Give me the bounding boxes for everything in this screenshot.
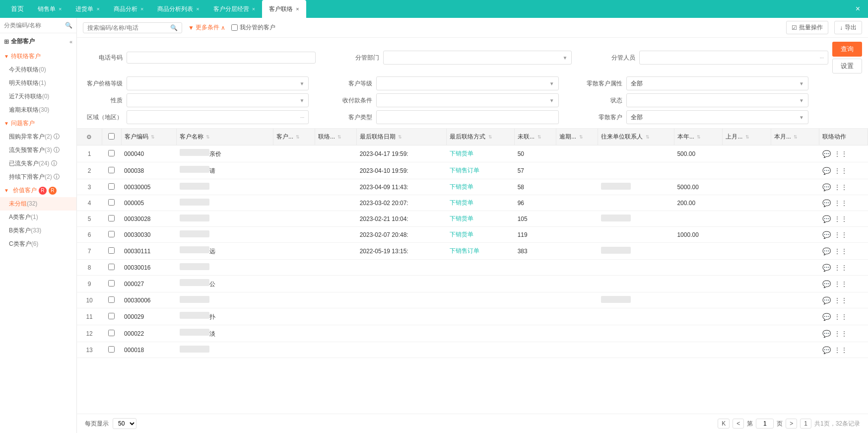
page-number-input[interactable] (756, 419, 774, 429)
nav-tab-analysis[interactable]: 商品分析 × (107, 0, 150, 18)
more-icon[interactable]: ⋮⋮ (834, 330, 848, 338)
sidebar-item-b-class[interactable]: B类客户(33) (0, 224, 76, 237)
status-select[interactable]: ▼ (626, 93, 808, 107)
row-last-method[interactable] (447, 325, 515, 342)
chat-icon[interactable]: 💬 (822, 150, 831, 158)
more-icon[interactable]: ⋮⋮ (834, 346, 848, 354)
nav-tab-analysis-list[interactable]: 商品分析列表 × (150, 0, 206, 18)
row-last-method[interactable]: 下销货单 (447, 195, 515, 211)
row-checkbox[interactable] (108, 346, 115, 353)
sort-icon[interactable]: ⇅ (794, 135, 798, 140)
per-page-select[interactable]: 50 (113, 418, 136, 429)
more-icon[interactable]: ⋮⋮ (834, 231, 848, 239)
row-checkbox[interactable] (108, 199, 115, 206)
row-checkbox[interactable] (108, 280, 115, 287)
nav-tab-customer-layer[interactable]: 客户分层经营 × (206, 0, 262, 18)
col-settings[interactable]: ⚙ (77, 129, 102, 145)
sidebar-search-input[interactable] (4, 22, 63, 29)
more-icon[interactable]: ⋮⋮ (834, 264, 848, 272)
sidebar-group-problem[interactable]: ▼ 问题客户 (0, 117, 76, 130)
sort-icon[interactable]: ⇅ (646, 135, 650, 140)
phone-input[interactable] (127, 52, 316, 64)
close-icon[interactable]: × (252, 6, 255, 12)
row-checkbox[interactable] (108, 167, 115, 173)
export-button[interactable]: ↓ 导出 (834, 21, 862, 34)
more-icon[interactable]: ⋮⋮ (834, 183, 848, 191)
row-last-method[interactable] (447, 260, 515, 276)
row-last-method[interactable] (447, 276, 515, 292)
select-all-checkbox[interactable] (108, 133, 115, 140)
chat-icon[interactable]: 💬 (822, 296, 831, 304)
sort-icon[interactable]: ⇅ (697, 135, 701, 140)
sort-icon[interactable]: ⇅ (296, 135, 300, 140)
row-checkbox[interactable] (108, 150, 115, 156)
sort-icon[interactable]: ⇅ (745, 135, 749, 140)
first-page-button[interactable]: K (718, 419, 730, 429)
sort-icon[interactable]: ⇅ (579, 135, 583, 140)
my-customers-checkbox[interactable] (231, 24, 238, 31)
query-button[interactable]: 查询 (832, 42, 862, 57)
sidebar-item-ungroup[interactable]: 未分组(32) (0, 197, 76, 211)
row-last-method[interactable]: 下销货单 (447, 211, 515, 227)
sort-icon[interactable]: ⇅ (488, 135, 492, 140)
chat-icon[interactable]: 💬 (822, 167, 831, 175)
sort-icon[interactable]: ⇅ (398, 135, 402, 140)
batch-ops-button[interactable]: ☑ 批量操作 (786, 21, 828, 34)
close-icon[interactable]: × (59, 6, 62, 12)
sidebar-group-value[interactable]: ▼ 价值客户 R R (0, 184, 76, 197)
chat-icon[interactable]: 💬 (822, 330, 831, 338)
chat-icon[interactable]: 💬 (822, 264, 831, 272)
close-icon[interactable]: × (140, 6, 143, 12)
row-last-method[interactable] (447, 308, 515, 325)
close-icon[interactable]: × (196, 6, 199, 12)
chat-icon[interactable]: 💬 (822, 346, 831, 354)
sidebar-all-customers[interactable]: ⊞ 全部客户 « (0, 33, 76, 50)
more-icon[interactable]: ⋮⋮ (834, 215, 848, 223)
more-icon[interactable]: ⋮⋮ (834, 167, 848, 175)
chat-icon[interactable]: 💬 (822, 247, 831, 255)
row-last-method[interactable] (447, 342, 515, 358)
chat-icon[interactable]: 💬 (822, 183, 831, 191)
nav-tab-sales[interactable]: 销售单 × (31, 0, 68, 18)
row-checkbox[interactable] (108, 231, 115, 237)
row-checkbox[interactable] (108, 313, 115, 319)
sidebar-item-today[interactable]: 今天待联络(0) (0, 63, 76, 76)
last-page-button[interactable]: 1 (800, 419, 811, 429)
row-checkbox[interactable] (108, 215, 115, 221)
last-method-link[interactable]: 下销货单 (450, 150, 473, 157)
customer-level-select[interactable]: ▼ (376, 76, 558, 90)
row-checkbox[interactable] (108, 247, 115, 254)
last-method-link[interactable]: 下销售订单 (450, 247, 479, 254)
row-last-method[interactable]: 下销货单 (447, 145, 515, 162)
row-last-method[interactable] (447, 292, 515, 308)
more-icon[interactable]: ⋮⋮ (834, 247, 848, 255)
row-checkbox[interactable] (108, 296, 115, 303)
close-icon[interactable]: × (296, 6, 299, 12)
sort-icon[interactable]: ⇅ (151, 135, 155, 140)
region-select[interactable]: ··· (127, 110, 309, 124)
sidebar-item-tomorrow[interactable]: 明天待联络(1) (0, 76, 76, 90)
payment-select[interactable]: ▼ (376, 93, 558, 107)
sidebar-item-abnormal[interactable]: 囤购异常客户(2) ⓘ (0, 130, 76, 144)
filter-search-input[interactable] (87, 24, 168, 31)
chat-icon[interactable]: 💬 (822, 231, 831, 239)
more-icon[interactable]: ⋮⋮ (834, 150, 848, 158)
close-icon[interactable]: × (96, 6, 99, 12)
my-customers-filter[interactable]: 我分管的客户 (231, 23, 275, 32)
row-checkbox[interactable] (108, 264, 115, 270)
sidebar-item-overdue[interactable]: 逾期未联络(30) (0, 103, 76, 117)
sidebar-item-declining[interactable]: 持续下滑客户(2) ⓘ (0, 170, 76, 184)
retail-customer-select[interactable]: 全部 ▼ (626, 110, 808, 124)
last-method-link[interactable]: 下销售订单 (450, 167, 479, 174)
more-icon[interactable]: ⋮⋮ (834, 199, 848, 207)
row-checkbox[interactable] (108, 183, 115, 190)
last-method-link[interactable]: 下销货单 (450, 215, 473, 222)
nav-home[interactable]: 首页 (4, 0, 31, 18)
sidebar-item-c-class[interactable]: C类客户(6) (0, 237, 76, 251)
col-checkbox-header[interactable] (102, 129, 121, 145)
sort-icon[interactable]: ⇅ (537, 135, 541, 140)
sidebar-item-7days[interactable]: 近7天待联络(0) (0, 90, 76, 103)
sidebar-group-pending[interactable]: ▼ 待联络客户 (0, 50, 76, 63)
row-checkbox[interactable] (108, 330, 115, 336)
chat-icon[interactable]: 💬 (822, 280, 831, 288)
